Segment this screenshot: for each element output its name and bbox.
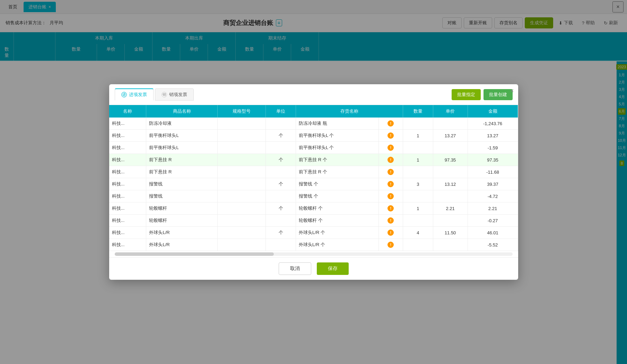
cell-spec <box>218 166 266 178</box>
warning-icon: ! <box>387 217 394 224</box>
cell-product: 前下悬挂 R <box>146 154 218 166</box>
cell-warning: ! <box>378 190 403 202</box>
cell-amount: 2.21 <box>468 202 518 215</box>
col-unit: 单位 <box>266 105 296 118</box>
cell-qty: 1 <box>403 154 433 166</box>
cell-price: 11.50 <box>433 227 468 239</box>
modal-dialog: 进 进项发票 销 销项发票 批量指定 批量创建 × <box>109 84 518 280</box>
cell-spec <box>218 118 266 130</box>
cell-qty <box>403 215 433 227</box>
cancel-button[interactable]: 取消 <box>279 262 311 275</box>
batch-create-button[interactable]: 批量创建 <box>484 89 513 100</box>
table-row: 科技... 防冻冷却液 防冻冷却液 瓶 ! -1,243.76 <box>109 118 518 130</box>
cell-price <box>433 190 468 202</box>
cell-qty <box>403 239 433 251</box>
cell-warning: ! <box>378 130 403 142</box>
modal-header: 进 进项发票 销 销项发票 批量指定 批量创建 × <box>109 84 518 105</box>
cell-price <box>433 142 468 154</box>
cell-product: 防冻冷却液 <box>146 118 218 130</box>
cell-unit: 个 <box>266 130 296 142</box>
col-spec: 规格型号 <box>218 105 266 118</box>
cell-qty <box>403 166 433 178</box>
cell-warning: ! <box>378 215 403 227</box>
table-row: 科技... 轮毂螺杆 轮毂螺杆 个 ! -0.27 <box>109 215 518 227</box>
cell-name: 科技... <box>109 202 146 215</box>
cell-warning: ! <box>378 154 403 166</box>
cell-product: 报警线 <box>146 178 218 190</box>
cell-price <box>433 166 468 178</box>
modal-table: 名称 商品名称 规格型号 单位 存货名称 数量 单价 金额 科技... <box>109 105 518 251</box>
col-product: 商品名称 <box>146 105 218 118</box>
cell-inventory: 前平衡杆球头L 个 <box>296 142 378 154</box>
cell-warning: ! <box>378 239 403 251</box>
cell-name: 科技... <box>109 118 146 130</box>
table-row: 科技... 外球头L/R 外球头L/R 个 ! -5.52 <box>109 239 518 251</box>
cell-unit <box>266 215 296 227</box>
cell-warning: ! <box>378 166 403 178</box>
modal-close-button[interactable]: × <box>510 88 514 94</box>
batch-assign-button[interactable]: 批量指定 <box>452 89 481 100</box>
cell-inventory: 报警线 个 <box>296 190 378 202</box>
cell-warning: ! <box>378 178 403 190</box>
incoming-tab-icon: 进 <box>121 92 127 97</box>
cell-name: 科技... <box>109 215 146 227</box>
table-row: 科技... 前下悬挂 R 前下悬挂 R 个 ! -11.68 <box>109 166 518 178</box>
cell-product: 轮毂螺杆 <box>146 215 218 227</box>
cell-amount: -5.52 <box>468 239 518 251</box>
cell-price: 13.27 <box>433 130 468 142</box>
tab-incoming-invoice[interactable]: 进 进项发票 <box>115 88 154 101</box>
cell-amount: 39.37 <box>468 178 518 190</box>
cell-unit <box>266 239 296 251</box>
cell-spec <box>218 227 266 239</box>
cell-qty <box>403 142 433 154</box>
cell-spec <box>218 202 266 215</box>
cell-inventory: 轮毂螺杆 个 <box>296 215 378 227</box>
cell-unit: 个 <box>266 178 296 190</box>
modal-overlay: 进 进项发票 销 销项发票 批量指定 批量创建 × <box>0 0 627 364</box>
cell-spec <box>218 215 266 227</box>
warning-icon: ! <box>387 145 394 151</box>
cell-unit <box>266 190 296 202</box>
modal-header-actions: 批量指定 批量创建 <box>452 89 513 100</box>
cell-inventory: 轮毂螺杆 个 <box>296 202 378 215</box>
cell-inventory: 前下悬挂 R 个 <box>296 166 378 178</box>
table-row: 科技... 报警线 报警线 个 ! -4.72 <box>109 190 518 202</box>
cell-inventory: 外球头L/R 个 <box>296 239 378 251</box>
cell-qty: 1 <box>403 130 433 142</box>
cell-price <box>433 215 468 227</box>
outgoing-tab-label: 销项发票 <box>169 92 187 98</box>
save-button[interactable]: 保存 <box>317 262 349 275</box>
cell-amount: 97.35 <box>468 154 518 166</box>
warning-icon: ! <box>387 193 394 199</box>
warning-icon: ! <box>387 169 394 175</box>
cell-product: 外球头L/R <box>146 227 218 239</box>
cell-product: 轮毂螺杆 <box>146 202 218 215</box>
warning-icon: ! <box>387 205 394 211</box>
col-amount: 金额 <box>468 105 518 118</box>
modal-horizontal-scrollbar[interactable] <box>115 252 513 256</box>
col-name: 名称 <box>109 105 146 118</box>
cell-name: 科技... <box>109 190 146 202</box>
cell-product: 报警线 <box>146 190 218 202</box>
modal-table-wrap: 名称 商品名称 规格型号 单位 存货名称 数量 单价 金额 科技... <box>109 105 518 251</box>
cell-amount: -1.59 <box>468 142 518 154</box>
cell-price: 13.12 <box>433 178 468 190</box>
col-price: 单价 <box>433 105 468 118</box>
warning-icon: ! <box>387 242 394 248</box>
cell-product: 前平衡杆球头L <box>146 130 218 142</box>
cell-name: 科技... <box>109 142 146 154</box>
cell-warning: ! <box>378 227 403 239</box>
cell-unit <box>266 142 296 154</box>
col-qty: 数量 <box>403 105 433 118</box>
warning-icon: ! <box>387 181 394 187</box>
tab-outgoing-invoice[interactable]: 销 销项发票 <box>155 88 194 101</box>
scrollbar-thumb[interactable] <box>115 252 274 256</box>
cell-spec <box>218 130 266 142</box>
cell-warning: ! <box>378 202 403 215</box>
cell-name: 科技... <box>109 227 146 239</box>
cell-amount: 46.01 <box>468 227 518 239</box>
table-row: 科技... 轮毂螺杆 个 轮毂螺杆 个 ! 1 2.21 2.21 <box>109 202 518 215</box>
modal-tabs: 进 进项发票 销 销项发票 <box>115 88 195 101</box>
cell-unit <box>266 166 296 178</box>
cell-unit: 个 <box>266 227 296 239</box>
